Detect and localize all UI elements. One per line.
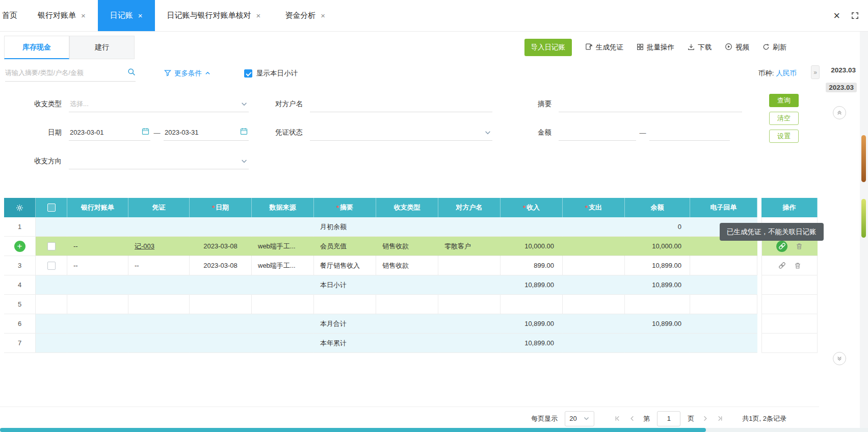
vertical-scrollbar[interactable] — [860, 32, 868, 431]
delete-icon[interactable] — [794, 262, 801, 269]
video-button[interactable]: 视频 — [725, 43, 749, 52]
cell-bank_stmt — [67, 295, 128, 314]
record-count-text: 共1页, 2条记录 — [742, 414, 786, 423]
select-all-checkbox[interactable] — [47, 204, 56, 212]
scrollbar-segment-orange[interactable] — [861, 135, 866, 182]
cell-summary: 本日小计 — [314, 275, 376, 295]
import-journal-button[interactable]: 导入日记账 — [524, 39, 572, 56]
cell-source: web端手工... — [252, 256, 314, 275]
cell-source — [252, 217, 314, 237]
date-to-field[interactable] — [164, 124, 249, 141]
voucher-link[interactable]: 记-003 — [135, 242, 154, 251]
link-voucher-icon[interactable] — [778, 262, 786, 269]
search-input[interactable] — [5, 69, 127, 77]
next-page-button[interactable] — [701, 415, 709, 422]
tab-journal-bank-check[interactable]: 日记账与银行对账单核对× — [155, 0, 273, 31]
column-header-source: 数据来源 — [252, 198, 314, 217]
scroll-months-up-button[interactable] — [833, 106, 846, 119]
period-item-selected[interactable]: 2023.03 — [826, 83, 857, 92]
column-header-label: 收入 — [527, 203, 540, 212]
currency-indicator: 币种:人民币 — [758, 69, 797, 78]
amount-max-field — [649, 124, 730, 141]
close-tab-icon[interactable]: × — [138, 11, 143, 20]
settings-button[interactable]: 设置 — [769, 130, 799, 143]
more-conditions-toggle[interactable]: 更多条件 — [164, 69, 211, 78]
amount-min-field — [559, 124, 636, 141]
cell-source — [252, 295, 314, 314]
close-tab-icon[interactable]: × — [256, 11, 261, 20]
amount-max-input[interactable] — [650, 129, 729, 136]
date-to-input[interactable] — [165, 129, 240, 136]
prev-page-button[interactable] — [628, 415, 636, 422]
first-page-button[interactable] — [614, 415, 621, 422]
close-tab-icon[interactable]: × — [321, 11, 325, 20]
counterparty-field — [310, 96, 492, 112]
cell-counterparty — [438, 295, 501, 314]
batch-operation-button[interactable]: 批量操作 — [637, 43, 674, 52]
tab-fund-analysis[interactable]: 资金分析× — [273, 0, 337, 31]
delete-icon[interactable] — [796, 243, 803, 250]
cell-balance — [625, 295, 690, 314]
tab-bank-statement[interactable]: 银行对账单× — [25, 0, 98, 31]
amount-min-input[interactable] — [560, 129, 635, 136]
tab-journal[interactable]: 日记账× — [98, 0, 155, 31]
cell-balance: 10,899.00 — [625, 256, 690, 275]
clear-button[interactable]: 清空 — [769, 112, 799, 125]
generate-voucher-button[interactable]: 生成凭证 — [585, 43, 623, 52]
maximize-icon[interactable] — [851, 12, 859, 19]
summary-input[interactable] — [560, 100, 741, 108]
horizontal-scrollbar[interactable] — [0, 428, 868, 432]
subtab-cash[interactable]: 库存现金 — [4, 36, 69, 59]
date-from-field[interactable] — [69, 124, 150, 141]
add-row-button[interactable]: + — [14, 241, 25, 252]
chevron-up-icon — [205, 70, 211, 78]
income-type-select[interactable]: 选择... — [69, 96, 249, 112]
close-window-icon[interactable]: × — [833, 10, 840, 21]
calendar-icon[interactable] — [142, 128, 149, 137]
select-placeholder: 选择... — [70, 99, 241, 109]
query-button[interactable]: 查询 — [769, 94, 799, 107]
voucher-status-select[interactable] — [310, 124, 492, 141]
cell-date — [190, 217, 252, 237]
search-icon[interactable] — [127, 68, 136, 78]
cell-voucher: -- — [128, 256, 190, 275]
period-item[interactable]: 2023.03 — [831, 66, 856, 74]
row-checkbox[interactable] — [47, 262, 56, 270]
close-tab-icon[interactable]: × — [81, 11, 86, 20]
last-page-button[interactable] — [716, 415, 724, 422]
subtab-ccb-bank[interactable]: 建行 — [69, 36, 135, 59]
cell-date — [190, 295, 252, 314]
per-page-select[interactable]: 20 — [565, 411, 594, 426]
date-from-input[interactable] — [70, 129, 142, 136]
scrollbar-segment-green[interactable] — [861, 199, 866, 238]
cell-summary — [314, 295, 376, 314]
cell-bank_stmt — [67, 314, 128, 334]
column-header-num — [4, 198, 36, 217]
cell-receipt — [690, 334, 757, 353]
direction-select[interactable] — [69, 153, 249, 169]
cell-bank_stmt — [67, 334, 128, 353]
show-daily-subtotal-checkbox[interactable]: 显示本日小计 — [244, 69, 298, 78]
column-header-voucher: 凭证 — [128, 198, 190, 217]
page-number-input[interactable]: 1 — [657, 411, 680, 426]
account-tabs-row: 库存现金 建行 导入日记账 生成凭证 批量操作 下载 — [0, 34, 819, 61]
cell-check — [36, 275, 67, 295]
refresh-button[interactable]: 刷新 — [762, 43, 786, 52]
tab-home[interactable]: 首页 — [0, 0, 25, 31]
column-header-label: 对方户名 — [456, 203, 483, 212]
collapse-sidebar-handle[interactable]: » — [811, 65, 820, 79]
cell-ops — [761, 275, 818, 295]
calendar-icon[interactable] — [240, 128, 248, 137]
counterparty-input[interactable] — [311, 100, 491, 108]
settings-gear-icon[interactable] — [16, 204, 23, 212]
horizontal-scrollbar-thumb[interactable] — [0, 428, 706, 432]
scroll-months-down-button[interactable] — [833, 352, 846, 365]
row-checkbox[interactable] — [47, 242, 56, 250]
cell-summary: 会员充值 — [314, 237, 376, 256]
checkbox-checked-icon — [244, 69, 252, 78]
cell-income_type — [376, 295, 438, 314]
link-voucher-icon[interactable] — [776, 241, 787, 252]
cell-expense — [563, 275, 625, 295]
column-header-income: *收入 — [501, 198, 563, 217]
download-button[interactable]: 下载 — [688, 43, 712, 52]
